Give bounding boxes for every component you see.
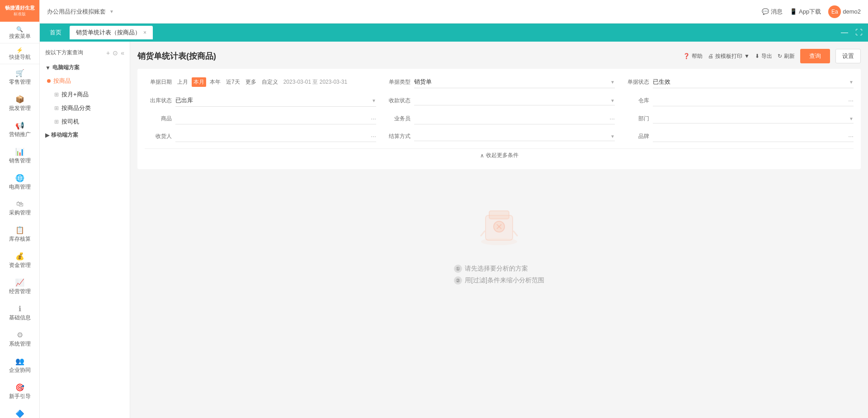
date-tab-this-month[interactable]: 本月 (192, 77, 206, 87)
payment-method-select[interactable]: ▼ (414, 132, 615, 141)
sidebar-item-5[interactable]: 📊 销售管理 (9, 143, 31, 169)
collapse-btn[interactable]: ∧ 收起更多条件 (480, 152, 519, 159)
date-tab-custom[interactable]: 自定义 (260, 77, 280, 87)
tip-text-2: 用[过滤]条件来缩小分析范围 (465, 276, 544, 285)
query-btn[interactable]: 查询 (800, 49, 830, 63)
dept-label: 部门 (622, 115, 649, 123)
logo-text: 畅捷通好生意 (5, 5, 35, 11)
dept-select[interactable]: ▼ (653, 114, 854, 124)
date-tab-last-month[interactable]: 上月 (175, 77, 190, 87)
dept-arrow: ▼ (849, 116, 854, 121)
sidebar-item-10[interactable]: 📈 经营管理 (9, 274, 31, 300)
filter-row-1: 单据日期 上月 本月 本年 近7天 更多 自定义 2023-03-01 至 20… (145, 76, 854, 88)
tab-maximize-btn[interactable]: ⛶ (854, 28, 864, 38)
menu-label-13: 企业协同 (9, 366, 31, 374)
scheme-item-goods[interactable]: 按商品 (40, 74, 130, 88)
doc-type-select[interactable]: 销货单 ▼ (414, 76, 615, 88)
list-icon: ⊞ (54, 105, 59, 111)
warehouse-select[interactable]: ··· (653, 95, 854, 106)
menu-label-3: 批发管理 (9, 104, 31, 112)
refresh-btn[interactable]: ↻ 刷新 (778, 52, 795, 60)
app-title: 办公用品行业模拟账套 (47, 8, 106, 16)
sidebar-item-8[interactable]: 📋 库存核算 (9, 221, 31, 247)
receiver-select[interactable]: ··· (175, 131, 376, 142)
menu-label-10: 经营管理 (9, 288, 31, 295)
help-btn[interactable]: ❓ 帮助 (683, 52, 703, 60)
brand-dots[interactable]: ··· (848, 133, 854, 140)
goods-label: 商品 (145, 115, 172, 123)
sidebar-item-3[interactable]: 📦 批发管理 (9, 90, 31, 117)
tab-minimize-btn[interactable]: — (839, 28, 850, 38)
tab-active[interactable]: 销货单统计表（按商品） × (70, 26, 153, 39)
staff-dots[interactable]: ··· (609, 115, 615, 122)
settings-btn[interactable]: 设置 (835, 49, 861, 63)
warehouse-dots[interactable]: ··· (848, 97, 854, 104)
menu-icon-6: 🌐 (15, 174, 24, 182)
left-panel: 按以下方案查询 + ⊙ « ▼ 电脑端方案 按商品 ⊞ 按月+商品 ⊞ (40, 42, 130, 418)
menu-label-9: 资金管理 (9, 261, 31, 269)
sidebar-item-14[interactable]: 🎯 新手引导 (9, 379, 31, 405)
sidebar-item-4[interactable]: 📢 营销推广 (9, 117, 31, 143)
staff-select[interactable]: ··· (414, 113, 615, 124)
date-tab-7days[interactable]: 近7天 (224, 77, 242, 87)
date-tab-more[interactable]: 更多 (244, 77, 258, 87)
brand-select[interactable]: ··· (653, 131, 854, 142)
sidebar-items: 🛒 零售管理 📦 批发管理 📢 营销推广 📊 销售管理 🌐 电商管理 🛍 采购管… (9, 64, 31, 418)
sidebar-item-13[interactable]: 👥 企业协同 (9, 352, 31, 379)
message-label: 消息 (771, 8, 783, 16)
sidebar-item-7[interactable]: 🛍 采购管理 (9, 195, 31, 221)
tab-home[interactable]: 首页 (43, 26, 68, 39)
avatar: Ea (828, 5, 841, 18)
filter-dept-field: 部门 ▼ (622, 114, 854, 124)
sidebar-item-search[interactable]: 🔍 搜索菜单 (0, 22, 39, 43)
sidebar-item-12[interactable]: ⚙ 系统管理 (9, 326, 31, 352)
sidebar-item-11[interactable]: ℹ 基础信息 (9, 300, 31, 326)
goods-dots[interactable]: ··· (371, 115, 376, 122)
receiver-dots[interactable]: ··· (371, 133, 376, 140)
main-area: 办公用品行业模拟账套 ▼ 💬 消息 📱 App下载 Ea demo2 首页 (40, 0, 868, 418)
doc-type-label: 单据类型 (383, 78, 410, 86)
tabbar: 首页 销货单统计表（按商品） × — ⛶ (40, 24, 868, 42)
scheme-item-driver[interactable]: ⊞ 按司机 (40, 115, 130, 128)
goods-select[interactable]: ··· (175, 113, 376, 124)
print-btn[interactable]: 🖨 按模板打印 ▼ (708, 52, 750, 60)
left-panel-title: 按以下方案查询 (45, 49, 106, 57)
sidebar-item-quicknav[interactable]: ⚡ 快捷导航 (0, 43, 39, 64)
scheme-item-month-goods[interactable]: ⊞ 按月+商品 (40, 88, 130, 101)
doc-status-arrow: ▼ (849, 80, 854, 85)
sidebar-item-15[interactable]: 🔷 应用中心 (9, 405, 31, 418)
sidebar-item-9[interactable]: 💰 资金管理 (9, 247, 31, 274)
doc-status-select[interactable]: 已生效 ▼ (653, 76, 854, 88)
warehouse-label: 仓库 (622, 97, 649, 104)
out-status-label: 出库状态 (145, 97, 172, 104)
out-status-select[interactable]: 已出库 ▼ (175, 95, 376, 107)
date-tab-this-year[interactable]: 本年 (208, 77, 222, 87)
collapse-panel-btn[interactable]: « (121, 49, 124, 57)
tab-close-btn[interactable]: × (143, 29, 146, 36)
refresh-icon: ↻ (778, 53, 782, 59)
print-arrow: ▼ (744, 53, 750, 59)
page-title: 销货单统计表(按商品) (137, 51, 216, 62)
payment-status-select[interactable]: ▼ (414, 96, 615, 105)
filter-brand-field: 品牌 ··· (622, 131, 854, 142)
message-btn[interactable]: 💬 消息 (762, 8, 783, 16)
sidebar-item-6[interactable]: 🌐 电商管理 (9, 169, 31, 195)
app-download-btn[interactable]: 📱 App下载 (790, 8, 821, 16)
section-mobile-label: 移动端方案 (51, 131, 78, 139)
sidebar-item-2[interactable]: 🛒 零售管理 (9, 64, 31, 90)
add-scheme-btn[interactable]: + (106, 49, 110, 57)
collapse-row: ∧ 收起更多条件 (145, 148, 854, 162)
filter-doc-type-field: 单据类型 销货单 ▼ (383, 76, 615, 88)
filter-panel: 单据日期 上月 本月 本年 近7天 更多 自定义 2023-03-01 至 20… (137, 69, 861, 169)
settings-scheme-btn[interactable]: ⊙ (113, 49, 118, 57)
menu-label-6: 电商管理 (9, 183, 31, 191)
user-menu[interactable]: Ea demo2 (828, 5, 861, 18)
filter-doc-status-field: 单据状态 已生效 ▼ (622, 76, 854, 88)
section-mobile: ▶ 移动端方案 (40, 128, 130, 142)
export-btn[interactable]: ⬇ 导出 (755, 52, 772, 60)
refresh-label: 刷新 (784, 52, 795, 60)
app-title-dropdown[interactable]: ▼ (109, 9, 114, 14)
payment-status-label: 收款状态 (383, 97, 410, 104)
export-icon: ⬇ (755, 53, 760, 59)
scheme-item-category[interactable]: ⊞ 按商品分类 (40, 101, 130, 115)
